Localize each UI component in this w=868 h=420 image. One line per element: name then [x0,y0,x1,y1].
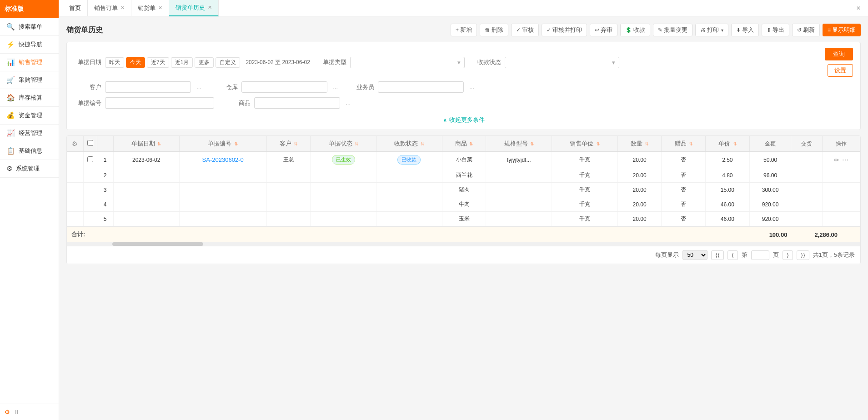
print-button[interactable]: 🖨 打印 [695,24,728,36]
collapse-filter-btn[interactable]: ∧ 收起更多条件 [74,113,853,124]
date-btn-more[interactable]: 更多 [195,57,214,68]
date-btn-custom[interactable]: 自定义 [216,57,240,68]
filter-warehouse-input[interactable] [241,81,327,93]
docdate-sort-icon: ⇅ [157,141,161,146]
sidebar-item-sales-mgmt[interactable]: 📊 销售管理 [0,54,59,71]
sidebar-item-search-menu[interactable]: 🔍 搜索菜单 [0,18,59,36]
docdate-cell [113,168,179,183]
query-button[interactable]: 查询 [825,48,853,60]
table-unit-th[interactable]: 销售单位 ⇅ [552,136,618,152]
doc-no-link[interactable]: SA-20230602-0 [202,156,244,163]
import-button[interactable]: ⬇ 导入 [731,24,759,36]
action-icons: ✏ ⋯ [825,156,857,164]
page-size-select[interactable]: 50 20 100 200 [682,250,707,260]
tab-sales-order-close[interactable]: ✕ [120,5,125,11]
filter-salesperson-input[interactable] [378,81,464,93]
table-docno-th[interactable]: 单据编号 ⇅ [179,136,266,152]
export-button[interactable]: ⬆ 导出 [762,24,789,36]
show-detail-button[interactable]: ≡ 显示明细 [823,24,861,36]
sidebar-item-inventory-calc[interactable]: 🏠 库存核算 [0,89,59,107]
docno-cell [179,197,266,212]
filter-customer-input[interactable] [105,81,191,93]
table-amount-th: 金额 [749,136,791,152]
sidebar-item-purchase-mgmt[interactable]: 🛒 采购管理 [0,71,59,89]
checkbox-cell [83,212,97,226]
setup-button[interactable]: 设置 [828,64,853,77]
delete-button[interactable]: 🗑 删除 [480,24,508,36]
refresh-button[interactable]: ↺ 刷新 [792,24,820,36]
table-scrollbar-track[interactable] [67,242,860,246]
filter-goods-input[interactable] [254,97,340,109]
qty-cell: 20.00 [617,152,662,168]
table-scrollbar-thumb[interactable] [112,242,203,246]
page-size-label: 每页显示 [655,251,679,259]
sidebar-bottom-icon2[interactable]: ⏸ [14,409,20,415]
tab-home[interactable]: 首页 [63,0,88,16]
last-page-btn[interactable]: ⟩⟩ [797,250,809,260]
customer-picker-btn[interactable]: ... [196,84,201,90]
table-select-all-checkbox[interactable] [87,140,93,146]
sidebar-item-finance-mgmt[interactable]: 💰 资金管理 [0,107,59,125]
tab-sales-delivery-close[interactable]: ✕ [158,5,162,11]
warehouse-picker-btn[interactable]: ... [333,84,338,90]
sidebar-item-sys-mgmt[interactable]: ⚙ 系统管理 [0,160,59,178]
page-number-input[interactable]: 1 [751,250,769,260]
next-page-btn[interactable]: ⟩ [783,250,793,260]
table-goods-th[interactable]: 商品 ⇅ [442,136,486,152]
filter-docno-input[interactable] [105,97,214,109]
prev-page-btn[interactable]: ⟨ [728,250,738,260]
unit-cell: 千克 [552,212,618,226]
batch-change-button[interactable]: ✎ 批量变更 [653,24,692,36]
abandon-button[interactable]: ↩ 弃审 [590,24,617,36]
table-docdate-th[interactable]: 单据日期 ⇅ [113,136,179,152]
table-paystatus-th[interactable]: 收款状态 ⇅ [376,136,442,152]
table-spec-th[interactable]: 规格型号 ⇅ [486,136,552,152]
tab-sales-order[interactable]: 销售订单 ✕ [88,0,131,16]
collect-button[interactable]: 💲 收款 [620,24,650,36]
page-label-2: 页 [773,251,779,259]
table-qty-th[interactable]: 数量 ⇅ [617,136,662,152]
table-docstatus-th[interactable]: 单据状态 ⇅ [311,136,376,152]
date-btn-1month[interactable]: 近1月 [171,57,193,68]
filter-type-item: 单据类型 ▾ [319,57,465,68]
date-btn-7days[interactable]: 近7天 [147,57,169,68]
gift-cell: 否 [662,197,706,212]
sidebar-item-label: 基础信息 [19,147,42,155]
date-range-buttons: 昨天 今天 近7天 近1月 更多 自定义 [105,57,240,68]
price-cell: 15.00 [706,183,750,197]
table-settings-th: ⚙ [67,136,83,152]
table-settings-btn[interactable]: ⚙ [72,140,78,147]
close-all-tabs-btn[interactable]: ✕ [856,5,861,11]
date-btn-yesterday[interactable]: 昨天 [105,57,124,68]
table-header-row: ⚙ 单据日期 ⇅ 单据编号 [67,136,860,152]
table-price-th[interactable]: 单价 ⇅ [706,136,750,152]
sidebar-item-basic-info[interactable]: 📋 基础信息 [0,142,59,160]
table-row: 5 玉米 千克 20.00 否 46.00 920.00 [67,212,860,226]
action-cell [822,197,860,212]
audit-button[interactable]: ✓ 审核 [511,24,539,36]
goods-picker-btn[interactable]: ... [346,100,351,106]
date-btn-today[interactable]: 今天 [126,57,145,68]
row-checkbox[interactable] [87,156,93,162]
sidebar-item-ops-mgmt[interactable]: 📈 经营管理 [0,125,59,142]
more-icon[interactable]: ⋯ [842,156,848,164]
delivery-cell [791,197,822,212]
tab-sales-delivery[interactable]: 销货单 ✕ [131,0,169,16]
tab-sales-history-close[interactable]: ✕ [208,5,212,10]
sidebar-bottom-icon1[interactable]: ⚙ [5,409,10,415]
table-scroll-area[interactable]: ⚙ 单据日期 ⇅ 单据编号 [67,136,860,226]
first-page-btn[interactable]: ⟨⟨ [711,250,724,260]
sidebar-item-quick-nav[interactable]: ⚡ 快捷导航 [0,36,59,54]
filter-type-select[interactable]: ▾ [350,57,465,68]
table-customer-th[interactable]: 客户 ⇅ [266,136,311,152]
print-label: 打印 [707,26,719,34]
filter-payment-select[interactable]: ▾ [505,57,619,68]
audit-print-icon: ✓ [547,27,551,33]
salesperson-picker-btn[interactable]: ... [469,84,474,90]
audit-print-button[interactable]: ✓ 审核并打印 [542,24,587,36]
tab-sales-history[interactable]: 销货单历史 ✕ [169,0,219,16]
table-gift-th[interactable]: 赠品 ⇅ [662,136,706,152]
quick-nav-icon: ⚡ [6,40,15,49]
add-button[interactable]: + 新增 [451,24,477,36]
edit-icon[interactable]: ✏ [834,156,839,164]
